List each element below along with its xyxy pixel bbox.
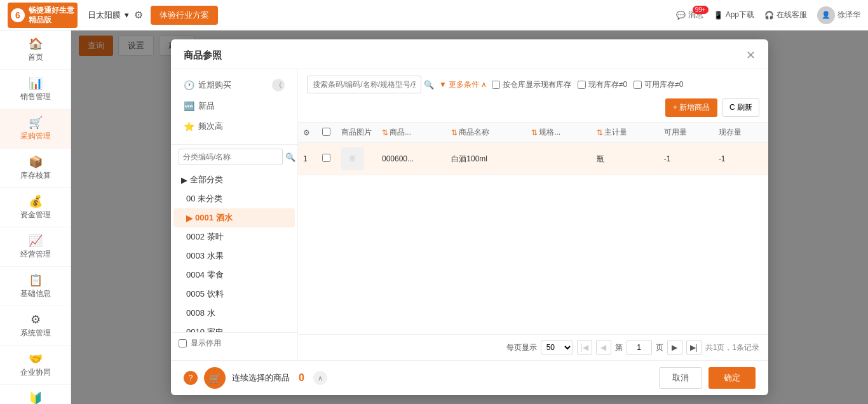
sidebar: 🏠 首页 📊 销售管理 🛒 采购管理 📦 库存核算 💰 资金管理 📈 经营管理 … [0, 30, 71, 404]
category-0002[interactable]: 0002 茶叶 [173, 227, 295, 246]
sidebar-item-home[interactable]: 🏠 首页 [0, 30, 71, 70]
refresh-product-button[interactable]: C 刷新 [722, 98, 759, 117]
category-all[interactable]: ▶ 全部分类 [173, 170, 295, 189]
category-search-icon[interactable]: 🔍 [285, 152, 295, 162]
page-prev-button[interactable]: ◀ [596, 340, 611, 355]
sidebar-item-purchase[interactable]: 🛒 采购管理 [0, 109, 71, 149]
quick-new-product[interactable]: 🆕 新品 [179, 97, 290, 115]
category-0008[interactable]: 0008 水 [173, 304, 295, 323]
category-0010[interactable]: 0010 家电 [173, 323, 295, 332]
cb-warehouse[interactable]: 按仓库显示现有库存 [492, 79, 571, 90]
sidebar-item-cooperation[interactable]: 🤝 企业协同 [0, 346, 71, 385]
sidebar-item-operation[interactable]: 📈 经营管理 [0, 227, 71, 267]
page-next-button[interactable]: ▶ [667, 340, 682, 355]
page-last-button[interactable]: ▶| [686, 340, 702, 355]
category-0004[interactable]: 0004 零食 [173, 266, 295, 285]
filter-icon: ▼ [439, 80, 447, 89]
sidebar-label-system: 系统管理 [20, 328, 51, 339]
category-0001[interactable]: ▶ 0001 酒水 [173, 208, 295, 227]
sidebar-item-basic[interactable]: 📋 基础信息 [0, 267, 71, 306]
online-service-button[interactable]: 🎧 在线客服 [764, 10, 807, 20]
message-badge: 99+ [693, 6, 709, 14]
message-button[interactable]: 💬 消息 99+ [676, 10, 703, 20]
sidebar-label-basic: 基础信息 [20, 288, 51, 299]
sidebar-item-guide[interactable]: 🔰 新手引导 [0, 385, 71, 404]
product-table-wrap: ⚙ 商品图片 [298, 122, 768, 334]
modal-left-panel: 🕐 近期购买 《 🆕 新品 ⭐ 频次高 [171, 69, 298, 360]
confirm-button[interactable]: 确定 [709, 367, 756, 389]
sidebar-item-sales[interactable]: 📊 销售管理 [0, 70, 71, 109]
guide-icon: 🔰 [29, 391, 43, 404]
cat-0002-label: 0002 茶叶 [186, 231, 224, 243]
sidebar-item-system[interactable]: ⚙ 系统管理 [0, 306, 71, 346]
per-page-select[interactable]: 50 10 20 100 [541, 340, 573, 354]
sidebar-item-inventory[interactable]: 📦 库存核算 [0, 149, 71, 188]
td-checkbox[interactable] [317, 143, 336, 175]
operation-icon: 📈 [29, 234, 43, 248]
sidebar-label-finance: 资金管理 [20, 210, 51, 220]
navbar-logo[interactable]: 6 畅捷通好生意 精品版 [8, 3, 78, 28]
cancel-button[interactable]: 取消 [659, 367, 702, 389]
store-selector[interactable]: 日太阳膜 ▾ [88, 10, 129, 21]
th-spec[interactable]: ⇅ 规格... [526, 123, 592, 143]
more-filter-button[interactable]: ▼ 更多条件 ∧ [439, 79, 487, 90]
modal-close-button[interactable]: ✕ [746, 48, 756, 62]
select-all-checkbox[interactable] [322, 128, 330, 136]
category-0005[interactable]: 0005 饮料 [173, 285, 295, 304]
help-button[interactable]: ? [184, 371, 198, 385]
th-checkbox [317, 123, 336, 143]
cb-warehouse-input[interactable] [492, 81, 500, 89]
purchase-icon: 🛒 [29, 116, 43, 130]
td-num: 1 [298, 143, 317, 175]
cart-text: 连续选择的商品 [232, 372, 290, 384]
collapse-button[interactable]: 《 [272, 79, 285, 91]
star-icon: ⭐ [184, 121, 194, 131]
modal-overlay: 商品参照 ✕ 🕐 近期购买 《 � [71, 30, 868, 404]
user-profile[interactable]: 👤 徐泽华 [817, 6, 860, 24]
th-unit[interactable]: ⇅ 主计量 [592, 123, 659, 143]
category-list: ▶ 全部分类 00 未分类 ▶ 0001 酒水 0002 茶 [171, 170, 297, 332]
new-icon: 🆕 [184, 101, 194, 111]
th-available[interactable]: 可用量 [659, 123, 714, 143]
page-first-button[interactable]: |◀ [577, 340, 592, 355]
gear-icon[interactable]: ⚙ [134, 9, 143, 21]
product-search-input[interactable] [307, 76, 421, 93]
service-label: 在线客服 [776, 10, 807, 20]
quick-label-new: 新品 [198, 100, 215, 112]
search-icon[interactable]: 🔍 [424, 80, 434, 90]
cb-stock-ne0[interactable]: 现有库存≠0 [578, 79, 627, 90]
th-name[interactable]: ⇅ 商品名称 [446, 123, 526, 143]
th-code[interactable]: ⇅ 商品... [377, 123, 446, 143]
cb-available-ne0-input[interactable] [634, 81, 642, 89]
cb-stock-ne0-input[interactable] [578, 81, 586, 89]
cb-available-ne0[interactable]: 可用库存≠0 [634, 79, 683, 90]
footer-collapse-button[interactable]: ∧ [313, 371, 327, 385]
content-area: 查询 设置 刷新 商品参照 ✕ 🕐 [71, 30, 868, 404]
headset-icon: 🎧 [764, 11, 774, 20]
username: 徐泽华 [837, 10, 860, 20]
sidebar-label-cooperation: 企业协同 [20, 367, 51, 378]
main-layout: 🏠 首页 📊 销售管理 🛒 采购管理 📦 库存核算 💰 资金管理 📈 经营管理 … [0, 30, 868, 404]
cart-icon[interactable]: 🛒 [204, 367, 226, 389]
sort-icon-code: ⇅ [382, 128, 388, 137]
category-search-input[interactable] [179, 149, 283, 165]
trial-button[interactable]: 体验行业方案 [151, 6, 218, 25]
app-icon: 📱 [714, 11, 723, 20]
sidebar-item-finance[interactable]: 💰 资金管理 [0, 188, 71, 227]
page-total-info: 共1页，1条记录 [705, 342, 759, 353]
page-number-input[interactable] [627, 340, 652, 355]
table-row[interactable]: 1 图 000600... 白酒100ml 瓶 [298, 143, 768, 175]
show-disabled-input[interactable] [179, 339, 187, 347]
add-product-button[interactable]: + 新增商品 [665, 98, 717, 117]
quick-recent-purchase[interactable]: 🕐 近期购买 《 [179, 76, 290, 95]
category-00[interactable]: 00 未分类 [173, 189, 295, 208]
recent-icon: 🕐 [184, 80, 194, 90]
cat-0004-label: 0004 零食 [186, 269, 224, 281]
td-stock: -1 [714, 143, 768, 175]
show-disabled-checkbox[interactable]: 显示停用 [179, 338, 290, 349]
quick-frequent[interactable]: ⭐ 频次高 [179, 118, 290, 135]
category-0003[interactable]: 0003 水果 [173, 246, 295, 266]
toolbar-right: + 新增商品 C 刷新 [665, 98, 759, 117]
app-download-button[interactable]: 📱 App下载 [714, 10, 754, 20]
th-stock[interactable]: 现存量 [714, 123, 768, 143]
